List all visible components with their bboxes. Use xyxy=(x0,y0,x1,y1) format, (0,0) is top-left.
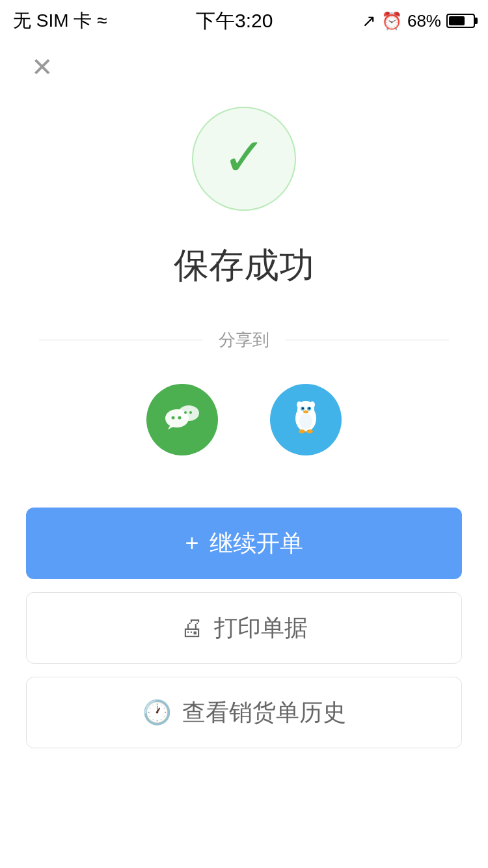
print-icon: 🖨 xyxy=(180,614,204,642)
svg-point-1 xyxy=(178,405,199,421)
history-icon: 🕐 xyxy=(142,699,172,726)
svg-point-12 xyxy=(308,407,310,409)
main-content: ✓ 保存成功 分享到 xyxy=(0,42,488,748)
close-button[interactable]: ✕ xyxy=(26,51,59,83)
battery-bar xyxy=(446,14,475,28)
alarm-icon: ⏰ xyxy=(381,11,402,31)
action-buttons: + 继续开单 🖨 打印单据 🕐 查看销货单历史 xyxy=(0,508,488,748)
success-title: 保存成功 xyxy=(174,242,314,290)
qq-icon xyxy=(286,400,325,439)
status-time: 下午3:20 xyxy=(196,8,273,34)
continue-order-button[interactable]: + 继续开单 xyxy=(26,508,462,579)
checkmark-icon: ✓ xyxy=(223,131,266,183)
qq-share-button[interactable] xyxy=(270,384,342,455)
wechat-icon xyxy=(161,399,203,441)
divider-line-left xyxy=(39,340,203,340)
continue-order-label: 继续开单 xyxy=(210,528,303,560)
print-button[interactable]: 🖨 打印单据 xyxy=(26,592,462,664)
battery-fill xyxy=(449,16,465,25)
history-label: 查看销货单历史 xyxy=(182,697,346,729)
svg-point-17 xyxy=(297,401,302,408)
print-label: 打印单据 xyxy=(214,612,308,644)
plus-icon: + xyxy=(185,530,198,557)
battery-percent: 68% xyxy=(407,11,441,31)
history-button[interactable]: 🕐 查看销货单历史 xyxy=(26,677,462,748)
share-divider: 分享到 xyxy=(0,329,488,351)
battery-indicator xyxy=(446,14,475,28)
svg-point-5 xyxy=(189,411,192,414)
status-left: 无 SIM 卡 ≈ xyxy=(13,8,107,33)
svg-point-18 xyxy=(310,401,315,408)
status-right: ↗ ⏰ 68% xyxy=(362,11,475,31)
svg-point-16 xyxy=(306,429,313,433)
svg-point-11 xyxy=(302,407,304,409)
svg-point-4 xyxy=(184,411,187,414)
svg-point-3 xyxy=(178,416,182,420)
location-icon: ↗ xyxy=(362,11,376,31)
share-icons-container xyxy=(146,384,342,455)
share-label: 分享到 xyxy=(203,329,285,351)
svg-point-2 xyxy=(172,416,175,420)
wechat-share-button[interactable] xyxy=(146,384,218,455)
svg-point-15 xyxy=(299,429,305,433)
svg-point-13 xyxy=(303,411,308,414)
success-circle: ✓ xyxy=(192,107,296,211)
sim-status: 无 SIM 卡 ≈ xyxy=(13,8,107,33)
close-icon: ✕ xyxy=(31,54,53,80)
status-bar: 无 SIM 卡 ≈ 下午3:20 ↗ ⏰ 68% xyxy=(0,0,488,42)
svg-point-14 xyxy=(299,413,312,429)
divider-line-right xyxy=(285,340,449,340)
